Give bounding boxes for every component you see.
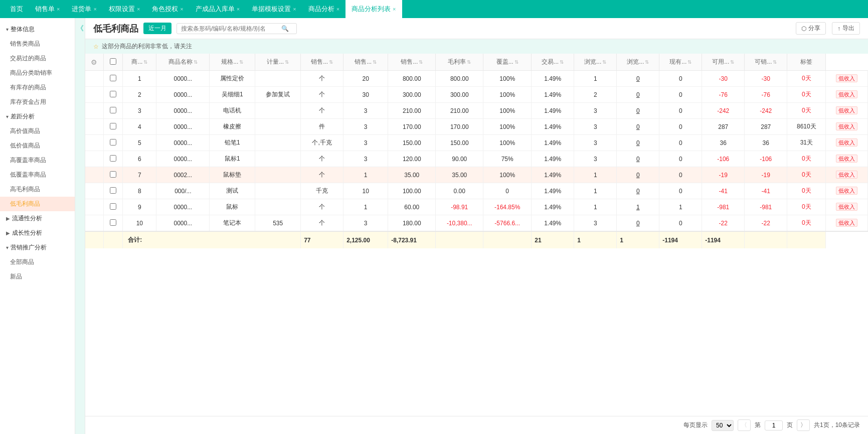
row-views1[interactable]: 0 bbox=[617, 183, 659, 199]
sidebar-item-stocked-products[interactable]: 有库存的商品 bbox=[0, 80, 75, 95]
prev-page-button[interactable]: 〈 bbox=[738, 419, 751, 431]
row-checkbox[interactable] bbox=[110, 203, 116, 210]
sidebar-group-circulation[interactable]: ▶ 流通性分析 bbox=[0, 211, 75, 226]
row-views1[interactable]: 0 bbox=[617, 135, 659, 151]
row-checkbox-cell[interactable] bbox=[103, 87, 123, 103]
row-checkbox-cell[interactable] bbox=[103, 71, 123, 87]
views1-link[interactable]: 1 bbox=[636, 204, 640, 211]
row-views1[interactable]: 0 bbox=[617, 103, 659, 119]
row-checkbox-cell[interactable] bbox=[103, 183, 123, 199]
sidebar-item-low-coverage[interactable]: 低覆盖率商品 bbox=[0, 168, 75, 182]
row-views1[interactable]: 0 bbox=[617, 71, 659, 87]
nav-permissions[interactable]: 权限设置× bbox=[103, 0, 146, 18]
export-button[interactable]: ↑ 导出 bbox=[832, 22, 860, 35]
views1-link[interactable]: 0 bbox=[636, 220, 640, 227]
views1-link[interactable]: 0 bbox=[636, 107, 640, 114]
gear-icon[interactable]: ⚙ bbox=[91, 58, 97, 66]
sidebar-item-high-margin[interactable]: 高毛利商品 bbox=[0, 182, 75, 197]
settings-column-header[interactable]: ⚙ bbox=[85, 54, 103, 71]
sales-price-column-header[interactable]: 销售...⇅ bbox=[343, 54, 388, 71]
sidebar-group-overall[interactable]: ▾ 整体信息 bbox=[0, 22, 75, 37]
row-checkbox[interactable] bbox=[110, 139, 116, 146]
sidebar-item-low-margin[interactable]: 低毛利商品 bbox=[0, 197, 75, 211]
row-checkbox-cell[interactable] bbox=[103, 199, 123, 215]
row-checkbox-cell[interactable] bbox=[103, 151, 123, 167]
row-checkbox[interactable] bbox=[110, 123, 116, 129]
views1-link[interactable]: 0 bbox=[636, 123, 640, 130]
views1-link[interactable]: 0 bbox=[636, 172, 640, 179]
row-views1[interactable]: 0 bbox=[617, 215, 659, 232]
row-checkbox[interactable] bbox=[110, 171, 116, 178]
row-checkbox[interactable] bbox=[110, 107, 116, 113]
views1-link[interactable]: 0 bbox=[636, 75, 640, 82]
row-checkbox[interactable] bbox=[110, 91, 116, 97]
sidebar-item-all-products[interactable]: 全部商品 bbox=[0, 255, 75, 269]
sidebar-group-gap-analysis[interactable]: ▾ 差距分析 bbox=[0, 109, 75, 124]
close-template-tab[interactable]: × bbox=[293, 6, 296, 12]
sidebar-group-marketing[interactable]: ▾ 营销推广分析 bbox=[0, 240, 75, 255]
row-views1[interactable]: 0 bbox=[617, 167, 659, 183]
nav-sales[interactable]: 销售单× bbox=[29, 0, 66, 18]
code-column-header[interactable]: 商...⇅ bbox=[123, 54, 156, 71]
sidebar-item-sales-products[interactable]: 销售类商品 bbox=[0, 37, 75, 51]
close-permissions-tab[interactable]: × bbox=[137, 6, 140, 12]
views2-column-header[interactable]: 浏览...⇅ bbox=[617, 54, 659, 71]
views1-link[interactable]: 0 bbox=[636, 188, 640, 195]
spec-column-header[interactable]: 规格...⇅ bbox=[210, 54, 255, 71]
nav-home[interactable]: 首页 bbox=[4, 0, 29, 18]
current-stock-column-header[interactable]: 现有...⇅ bbox=[659, 54, 702, 71]
close-product-in-tab[interactable]: × bbox=[237, 6, 240, 12]
row-views1[interactable]: 1 bbox=[617, 199, 659, 215]
select-all-checkbox[interactable] bbox=[110, 58, 116, 65]
search-icon[interactable]: 🔍 bbox=[281, 25, 289, 32]
page-number-input[interactable] bbox=[765, 420, 783, 430]
row-checkbox[interactable] bbox=[110, 155, 116, 162]
row-checkbox[interactable] bbox=[110, 75, 116, 81]
sellable-column-header[interactable]: 可销...⇅ bbox=[745, 54, 787, 71]
views1-link[interactable]: 0 bbox=[636, 156, 640, 163]
per-page-select[interactable]: 50 bbox=[712, 420, 734, 431]
row-checkbox-cell[interactable] bbox=[103, 167, 123, 183]
row-views1[interactable]: 0 bbox=[617, 119, 659, 135]
views1-link[interactable]: 0 bbox=[636, 139, 640, 147]
row-checkbox-cell[interactable] bbox=[103, 135, 123, 151]
name-column-header[interactable]: 商品名称⇅ bbox=[156, 54, 210, 71]
row-views1[interactable]: 0 bbox=[617, 87, 659, 103]
available-column-header[interactable]: 可用...⇅ bbox=[702, 54, 745, 71]
close-sales-tab[interactable]: × bbox=[57, 6, 60, 12]
search-input[interactable] bbox=[181, 25, 281, 32]
close-analysis-list-tab[interactable]: × bbox=[393, 6, 396, 12]
row-checkbox-cell[interactable] bbox=[103, 215, 123, 232]
sidebar-item-high-value[interactable]: 高价值商品 bbox=[0, 124, 75, 138]
nav-role-auth[interactable]: 角色授权× bbox=[146, 0, 189, 18]
sales-amount-column-header[interactable]: 销售...⇅ bbox=[388, 54, 436, 71]
trade-column-header[interactable]: 交易...⇅ bbox=[532, 54, 574, 71]
nav-analysis-list[interactable]: 商品分析列表× bbox=[345, 0, 402, 18]
sales-qty-column-header[interactable]: 销售...⇅ bbox=[301, 54, 343, 71]
sidebar-item-low-value[interactable]: 低价值商品 bbox=[0, 138, 75, 153]
sidebar-group-growth[interactable]: ▶ 成长性分析 bbox=[0, 226, 75, 240]
unit-column-header[interactable]: 计量...⇅ bbox=[255, 54, 301, 71]
nav-product-in[interactable]: 产成品入库单× bbox=[190, 0, 246, 18]
row-checkbox[interactable] bbox=[110, 187, 116, 194]
next-page-button[interactable]: 〉 bbox=[797, 419, 810, 431]
date-filter-button[interactable]: 近一月 bbox=[143, 23, 171, 34]
sidebar-item-category-sales-rate[interactable]: 商品分类助销率 bbox=[0, 66, 75, 80]
sidebar-item-new-products[interactable]: 新品 bbox=[0, 269, 75, 284]
row-views1[interactable]: 0 bbox=[617, 151, 659, 167]
sidebar-item-inventory-capital[interactable]: 库存资金占用 bbox=[0, 95, 75, 109]
close-analysis-tab[interactable]: × bbox=[336, 6, 339, 12]
checkbox-column-header[interactable] bbox=[103, 54, 123, 71]
sidebar-item-traded-products[interactable]: 交易过的商品 bbox=[0, 51, 75, 66]
nav-template[interactable]: 单据模板设置× bbox=[246, 0, 302, 18]
sidebar-item-high-coverage[interactable]: 高覆盖率商品 bbox=[0, 153, 75, 168]
sidebar-collapse-button[interactable]: 《 bbox=[75, 18, 85, 434]
row-checkbox-cell[interactable] bbox=[103, 119, 123, 135]
nav-product-analysis[interactable]: 商品分析× bbox=[302, 0, 345, 18]
nav-purchase[interactable]: 进货单× bbox=[66, 0, 102, 18]
close-role-tab[interactable]: × bbox=[180, 6, 183, 12]
share-button[interactable]: ⬡ 分享 bbox=[796, 22, 826, 35]
row-checkbox-cell[interactable] bbox=[103, 103, 123, 119]
close-purchase-tab[interactable]: × bbox=[93, 6, 96, 12]
coverage-column-header[interactable]: 覆盖...⇅ bbox=[483, 54, 532, 71]
